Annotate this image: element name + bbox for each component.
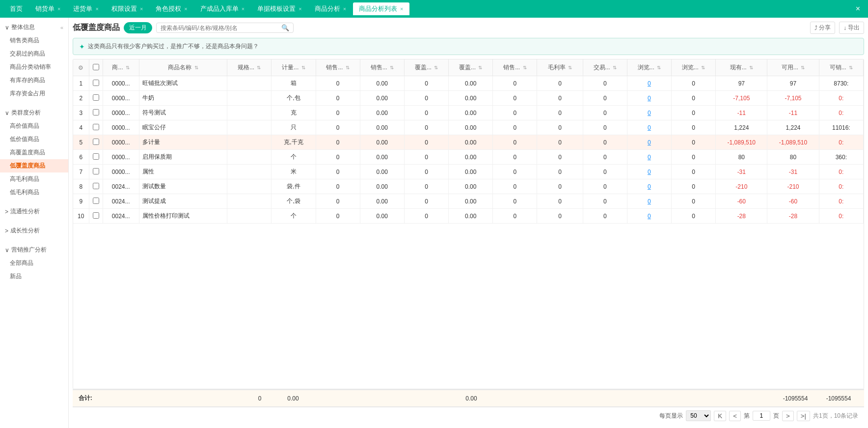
filter-recent-month-button[interactable]: 近一月 <box>124 22 152 33</box>
row-sales-amt: 0.00 <box>360 179 404 194</box>
last-page-button[interactable]: >| <box>797 411 810 421</box>
sidebar-item-low-gross[interactable]: 低毛利商品 <box>0 186 68 199</box>
row-checkbox[interactable] <box>89 135 103 150</box>
sidebar-item-high-gross[interactable]: 高毛利商品 <box>0 172 68 186</box>
row-checkbox[interactable] <box>89 120 103 135</box>
row-select-checkbox[interactable] <box>93 109 99 115</box>
row-browse2: 0 <box>672 106 716 120</box>
sidebar-group-growth[interactable]: > 成长性分析 <box>0 224 68 237</box>
row-checkbox[interactable] <box>89 165 103 179</box>
row-select-checkbox[interactable] <box>93 212 99 219</box>
collapse-icon[interactable]: « <box>60 25 63 30</box>
close-all-button[interactable]: × <box>852 4 864 13</box>
close-icon[interactable]: × <box>298 6 301 12</box>
settings-column-header[interactable]: ⚙ <box>73 59 89 76</box>
nav-product-inbound[interactable]: 产成品入库单 × <box>194 2 250 15</box>
sidebar-item-new-goods[interactable]: 新品 <box>0 270 68 283</box>
row-select-checkbox[interactable] <box>93 198 99 204</box>
row-no: 2 <box>73 91 89 106</box>
sidebar-item-category-rate[interactable]: 商品分类动销率 <box>0 60 68 74</box>
row-browse1[interactable]: 0 <box>627 209 671 224</box>
row-sales-amt: 0.00 <box>360 194 404 209</box>
nav-home[interactable]: 首页 <box>4 2 28 15</box>
export-button[interactable]: ↓ 导出 <box>839 22 864 34</box>
row-coverage1: 0 <box>404 209 448 224</box>
row-checkbox[interactable] <box>89 179 103 194</box>
row-browse1[interactable]: 0 <box>627 106 671 120</box>
sidebar-group-circulation[interactable]: > 流通性分析 <box>0 205 68 218</box>
sidebar-group-marketing[interactable]: ∨ 营销推广分析 <box>0 243 68 257</box>
row-code: 0024... <box>103 209 139 224</box>
checkbox-column-header[interactable] <box>89 59 103 76</box>
row-select-checkbox[interactable] <box>93 94 99 101</box>
product-table-container[interactable]: ⚙ 商... ⇅ 商品名称 ⇅ 规格... ⇅ 计量... ⇅ 销售... ⇅ … <box>73 59 864 389</box>
share-button[interactable]: ⤴ 分享 <box>810 22 835 34</box>
sidebar-item-traded-goods[interactable]: 交易过的商品 <box>0 47 68 60</box>
close-icon[interactable]: × <box>57 6 60 12</box>
sidebar-item-stock-capital[interactable]: 库存资金占用 <box>0 87 68 100</box>
sidebar-group-overall[interactable]: ∨ 整体信息 « <box>0 21 68 34</box>
sidebar: ∨ 整体信息 « 销售类商品 交易过的商品 商品分类动销率 有库存的商品 库存资… <box>0 18 69 428</box>
select-all-checkbox[interactable] <box>93 64 99 70</box>
row-select-checkbox[interactable] <box>93 139 99 145</box>
close-icon[interactable]: × <box>140 6 143 12</box>
close-icon[interactable]: × <box>242 6 244 12</box>
row-checkbox[interactable] <box>89 209 103 224</box>
row-select-checkbox[interactable] <box>93 153 99 160</box>
row-browse1[interactable]: 0 <box>627 135 671 150</box>
row-browse1[interactable]: 0 <box>627 76 671 91</box>
table-row: 7 0000... 属性 米 0 0.00 0 0.00 0 0 0 0 0 -… <box>73 165 864 179</box>
search-input[interactable] <box>161 25 281 31</box>
row-coverage1: 0 <box>404 76 448 91</box>
row-sales-amt: 0.00 <box>360 165 404 179</box>
sidebar-item-stocked-goods[interactable]: 有库存的商品 <box>0 74 68 87</box>
sidebar-group-clustering[interactable]: ∨ 类群度分析 <box>0 106 68 119</box>
close-icon[interactable]: × <box>184 6 187 12</box>
nav-purchase-order[interactable]: 进货单 × <box>67 2 104 15</box>
row-browse1[interactable]: 0 <box>627 150 671 165</box>
row-browse1[interactable]: 0 <box>627 91 671 106</box>
next-page-button[interactable]: > <box>782 411 794 421</box>
nav-sales-order[interactable]: 销货单 × <box>29 2 66 15</box>
row-browse1[interactable]: 0 <box>627 179 671 194</box>
row-select-checkbox[interactable] <box>93 124 99 130</box>
sidebar-item-sales-goods[interactable]: 销售类商品 <box>0 34 68 47</box>
row-spec <box>227 91 271 106</box>
row-browse1[interactable]: 0 <box>627 165 671 179</box>
close-icon[interactable]: × <box>343 6 346 12</box>
sidebar-item-low-coverage[interactable]: 低覆盖度商品 <box>0 159 68 172</box>
close-icon[interactable]: × <box>95 6 98 12</box>
page-number-input[interactable] <box>753 411 770 421</box>
nav-template-settings[interactable]: 单据模板设置 × <box>251 2 307 15</box>
page-size-select[interactable]: 50 100 200 <box>686 410 711 421</box>
row-browse2: 0 <box>672 165 716 179</box>
row-checkbox[interactable] <box>89 194 103 209</box>
row-browse1[interactable]: 0 <box>627 194 671 209</box>
row-browse1[interactable]: 0 <box>627 120 671 135</box>
nav-role-auth[interactable]: 角色授权 × <box>150 2 193 15</box>
close-icon[interactable]: × <box>400 6 403 12</box>
row-available: 97 <box>767 76 819 91</box>
row-checkbox[interactable] <box>89 106 103 120</box>
nav-analysis-list[interactable]: 商品分析列表 × <box>353 2 409 15</box>
row-code: 0024... <box>103 194 139 209</box>
row-checkbox[interactable] <box>89 91 103 106</box>
prev-page-button[interactable]: < <box>729 411 741 421</box>
row-select-checkbox[interactable] <box>93 80 99 86</box>
row-select-checkbox[interactable] <box>93 168 99 174</box>
row-sales-qty: 0 <box>316 209 360 224</box>
sidebar-item-low-value[interactable]: 低价值商品 <box>0 133 68 146</box>
nav-permissions[interactable]: 权限设置 × <box>106 2 149 15</box>
row-select-checkbox[interactable] <box>93 183 99 189</box>
row-checkbox[interactable] <box>89 76 103 91</box>
sidebar-item-high-coverage[interactable]: 高覆盖度商品 <box>0 146 68 159</box>
sidebar-item-high-value[interactable]: 高价值商品 <box>0 119 68 133</box>
spec-column-header: 规格... ⇅ <box>227 59 271 76</box>
row-checkbox[interactable] <box>89 150 103 165</box>
sidebar-item-all-goods[interactable]: 全部商品 <box>0 257 68 270</box>
first-page-button[interactable]: K <box>714 411 726 421</box>
row-name: 测试数量 <box>139 179 227 194</box>
nav-product-analysis[interactable]: 商品分析 × <box>309 2 352 15</box>
search-icon[interactable]: 🔍 <box>281 24 289 31</box>
row-name: 属性价格打印测试 <box>139 209 227 224</box>
